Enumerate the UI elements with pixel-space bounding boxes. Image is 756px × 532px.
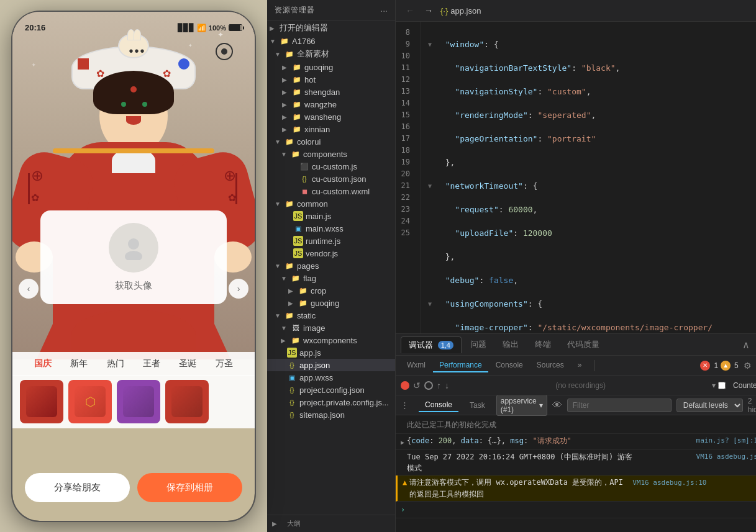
tree-wxcomponents[interactable]: 📁 wxcomponents	[267, 334, 395, 346]
cu-custom-js-label: cu-custom.js	[312, 162, 357, 171]
tree-cu-custom-json[interactable]: {} cu-custom.json	[267, 173, 395, 185]
console-btn-console[interactable]: Console	[419, 399, 458, 412]
tree-app-json[interactable]: {} app.json	[267, 359, 395, 371]
guoqing2-icon: 📁	[298, 298, 308, 308]
preview-thumb-1[interactable]	[20, 380, 63, 423]
perf-tab-wxml[interactable]: Wxml	[401, 359, 432, 372]
tree-project-private[interactable]: {} project.private.config.js...	[267, 396, 395, 408]
phone-background: ✦ ✦ ✦	[12, 12, 255, 359]
tree-guoqing2[interactable]: 📁 guoqing	[267, 297, 395, 309]
tree-shengdan[interactable]: 📁 shengdan	[267, 86, 395, 98]
nav-arrow-left[interactable]: ‹	[19, 279, 39, 299]
refresh-btn[interactable]: ↺	[413, 381, 421, 390]
error-count: 1	[714, 361, 718, 370]
tree-sitemap[interactable]: {} sitemap.json	[267, 408, 395, 421]
nav-arrow-right[interactable]: ›	[229, 279, 248, 299]
three-dots-menu[interactable]: •••	[129, 44, 145, 58]
perf-tab-sources[interactable]: Sources	[531, 359, 570, 372]
range-dropdown[interactable]: ▾	[712, 381, 716, 390]
project-config-icon: {}	[287, 385, 297, 395]
tree-app-js[interactable]: JS app.js	[267, 346, 395, 359]
msg2-expand[interactable]: ▶	[401, 437, 404, 448]
open-editors-section[interactable]: 打开的编辑器	[267, 21, 395, 35]
tree-guoqing[interactable]: 📁 guoqing	[267, 61, 395, 73]
msg2-link[interactable]: main.js? [sm]:1006	[696, 435, 756, 446]
code-line-12: "pageOrientation": "portrait"	[428, 133, 756, 145]
tree-components[interactable]: 📁 components	[267, 148, 395, 160]
project-root[interactable]: 📁 A1766	[267, 35, 395, 47]
tree-project-config[interactable]: {} project.config.json	[267, 384, 395, 396]
record-stop-btn[interactable]	[401, 381, 409, 390]
tree-pages[interactable]: 📁 pages	[267, 259, 395, 272]
sitemap-icon: {}	[287, 410, 297, 420]
project-folder-icon: 📁	[280, 36, 289, 46]
tree-runtime-js[interactable]: JS runtime.js	[267, 235, 395, 247]
devtools-collapse-btn[interactable]: ∧	[739, 338, 754, 352]
category-xinnian[interactable]: 新年	[68, 357, 90, 371]
project-label: A1766	[292, 37, 316, 46]
import-btn[interactable]: ↓	[445, 381, 449, 390]
preview-thumb-4[interactable]	[165, 380, 209, 423]
perf-tab-console[interactable]: Console	[490, 359, 529, 372]
tree-main-js[interactable]: JS main.js	[267, 210, 395, 222]
console-btn-task[interactable]: Task	[463, 399, 491, 412]
tree-cu-custom-wxml[interactable]: ◼ cu-custom.wxml	[267, 185, 395, 197]
clear-recordings-btn[interactable]	[424, 381, 433, 390]
nav-forward-btn[interactable]: →	[422, 4, 435, 17]
category-wansheng[interactable]: 万圣	[213, 357, 235, 371]
category-shengdan[interactable]: 圣诞	[176, 357, 199, 371]
settings-btn[interactable]: ⚙	[741, 359, 754, 372]
category-guoqing[interactable]: 国庆	[32, 357, 54, 371]
perf-tab-more[interactable]: »	[572, 359, 588, 372]
tree-hot[interactable]: 📁 hot	[267, 73, 395, 86]
devtools-tab-debugger[interactable]: 调试器 1,4	[401, 336, 462, 353]
tree-wangzhe[interactable]: 📁 wangzhe	[267, 98, 395, 110]
wansheng-arrow	[282, 114, 292, 120]
save-button[interactable]: 保存到相册	[137, 473, 242, 502]
msg3-link[interactable]: VM16 asdebug.js:10	[696, 451, 756, 462]
nav-back-btn[interactable]: ←	[403, 4, 417, 17]
sitemap-label: sitemap.json	[299, 410, 345, 420]
devtools-tab-terminal[interactable]: 终端	[527, 336, 558, 353]
guoqing-icon: 📁	[292, 62, 302, 72]
category-hot[interactable]: 热门	[104, 357, 127, 371]
code-line-17: "debug": false,	[428, 274, 756, 286]
tree-xinnian[interactable]: 📁 xinnian	[267, 123, 395, 135]
record-circle-btn[interactable]	[216, 43, 233, 60]
counter-checkbox[interactable]	[718, 382, 726, 389]
tree-crop[interactable]: 📁 crop	[267, 284, 395, 297]
outline-section[interactable]: 大纲	[267, 515, 395, 532]
devtools-tab-output[interactable]: 输出	[495, 336, 526, 353]
app-json-icon: {}	[287, 360, 297, 370]
tree-wansheng[interactable]: 📁 wansheng	[267, 110, 395, 123]
eye-icon[interactable]: 👁	[552, 400, 562, 411]
cu-custom-json-label: cu-custom.json	[312, 174, 366, 184]
perf-tab-performance[interactable]: Performance	[433, 359, 488, 372]
devtools-tab-quality[interactable]: 代码质量	[560, 336, 607, 353]
tree-colorui[interactable]: 📁 colorui	[267, 135, 395, 148]
tree-static[interactable]: 📁 static	[267, 309, 395, 322]
log-level-select[interactable]: Default levels	[676, 399, 743, 412]
tree-image[interactable]: 🖼 image	[267, 322, 395, 334]
preview-thumb-3[interactable]	[117, 380, 160, 423]
file-panel-more-btn[interactable]: ···	[380, 6, 388, 16]
tree-flag[interactable]: 📁 flag	[267, 272, 395, 284]
tree-common[interactable]: 📁 common	[267, 197, 395, 210]
export-btn[interactable]: ↑	[437, 381, 441, 390]
preview-thumb-2[interactable]: ⬡	[68, 380, 112, 423]
tree-main-wxss[interactable]: ▣ main.wxss	[267, 222, 395, 235]
tree-cu-custom-js[interactable]: ⬛ cu-custom.js	[267, 160, 395, 173]
tree-allassets[interactable]: 📁 全新素材	[267, 47, 395, 61]
tree-vendor-js[interactable]: JS vendor.js	[267, 247, 395, 259]
devtools-tab-issues[interactable]: 问题	[463, 336, 494, 353]
share-button[interactable]: 分享给朋友	[25, 473, 130, 502]
get-avatar-btn[interactable]: 获取头像	[53, 280, 214, 292]
collapse-8[interactable]: ▼	[428, 38, 435, 50]
context-select[interactable]: appservice (#1) ▾	[496, 395, 547, 416]
msg4-link[interactable]: VM16 asdebug.js:10	[632, 479, 706, 487]
image-arrow	[281, 325, 291, 331]
filter-input[interactable]	[567, 399, 672, 412]
code-content[interactable]: ▼ "window": { "navigationBarTextStyle": …	[421, 22, 756, 333]
category-wangzhe[interactable]: 王者	[140, 357, 163, 371]
tree-app-wxss[interactable]: ▣ app.wxss	[267, 371, 395, 384]
